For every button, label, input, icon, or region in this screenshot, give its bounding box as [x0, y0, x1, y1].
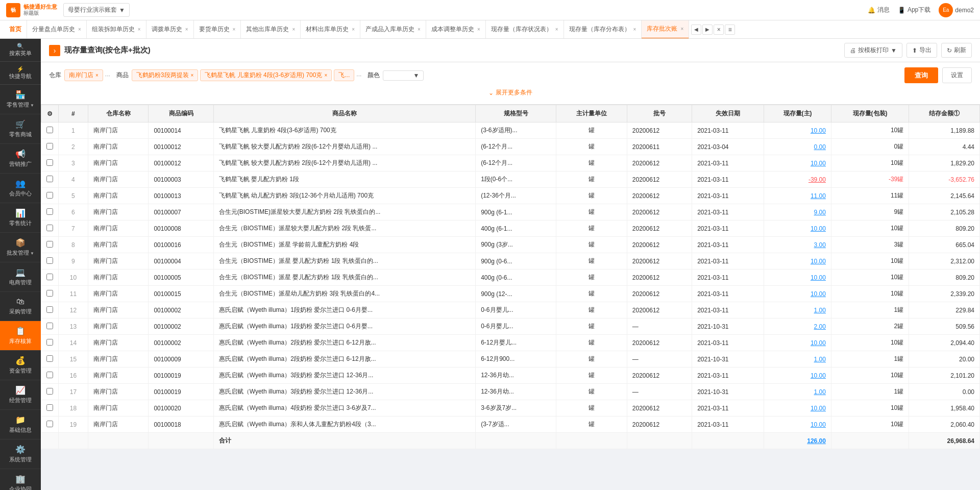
row-checkbox[interactable]: [41, 237, 59, 253]
sidebar-item-shortcut[interactable]: ⚡ 快捷导航: [0, 62, 41, 85]
row-stock-main[interactable]: 10.00: [764, 400, 831, 416]
row-stock-main[interactable]: 2.00: [764, 318, 831, 335]
row-checkbox[interactable]: [41, 302, 59, 318]
messages-btn[interactable]: 🔔 消息: [868, 6, 890, 14]
row-stock-main[interactable]: 1.00: [764, 351, 831, 368]
close-icon[interactable]: ×: [633, 27, 636, 32]
tab-xiancun1[interactable]: 现存量（库存状况表） ×: [486, 20, 564, 39]
product-tag-close-0[interactable]: ×: [191, 72, 194, 78]
row-checkbox[interactable]: [41, 253, 59, 270]
table-container[interactable]: ⚙ # 仓库名称 商品编码 商品名称 规格型号 主计量单位 批号 失效日期 现存…: [41, 105, 980, 490]
sidebar-item-basic[interactable]: 📁 基础信息: [0, 410, 41, 439]
row-checkbox[interactable]: [41, 172, 59, 188]
close-icon[interactable]: ×: [78, 27, 81, 32]
row-stock-main[interactable]: 3.00: [764, 237, 831, 253]
row-stock-main[interactable]: 1.00: [764, 302, 831, 318]
sidebar-item-ops[interactable]: 📈 经营管理: [0, 380, 41, 410]
tab-chengpin[interactable]: 产成品入库单历史 ×: [360, 20, 426, 39]
query-btn[interactable]: 查询: [904, 67, 938, 83]
sidebar-item-wholesale[interactable]: 📦 批发管理▼: [0, 233, 41, 262]
row-checkbox[interactable]: [41, 351, 59, 368]
expand-sidebar-btn[interactable]: ›: [49, 45, 60, 56]
product-tag-0[interactable]: 飞鹤奶粉3段两提装 ×: [132, 69, 199, 81]
row-stock-main[interactable]: -39.00: [764, 172, 831, 188]
row-checkbox[interactable]: [41, 122, 59, 139]
row-stock-main[interactable]: 10.00: [764, 368, 831, 384]
tab-zuzhuang[interactable]: 组装拆卸单历史 ×: [87, 20, 146, 39]
template-print-btn[interactable]: 🖨 按模板打印 ▼: [844, 43, 902, 58]
row-checkbox[interactable]: [41, 318, 59, 335]
row-stock-main[interactable]: 10.00: [764, 155, 831, 172]
tab-home[interactable]: 首页: [4, 20, 27, 39]
tab-diaob[interactable]: 调拨单历史 ×: [146, 20, 194, 39]
sidebar-item-finance[interactable]: 💰 资金管理: [0, 351, 41, 380]
row-stock-main[interactable]: 10.00: [764, 270, 831, 286]
tab-chengben[interactable]: 成本调整单历史 ×: [426, 20, 486, 39]
row-checkbox[interactable]: [41, 220, 59, 237]
tab-qita[interactable]: 其他出库单历史 ×: [241, 20, 301, 39]
warehouse-tag[interactable]: 南岸门店 ×: [64, 69, 103, 81]
settings-icon[interactable]: ⚙: [47, 110, 53, 117]
row-stock-main[interactable]: 1.00: [764, 384, 831, 400]
app-download-btn[interactable]: 📱 App下载: [898, 6, 930, 14]
sidebar-item-member[interactable]: 👥 会员中心: [0, 174, 41, 203]
row-stock-main[interactable]: 0.00: [764, 139, 831, 155]
row-checkbox[interactable]: [41, 270, 59, 286]
close-icon[interactable]: ×: [185, 27, 188, 32]
row-stock-main[interactable]: 10.00: [764, 253, 831, 270]
row-stock-main[interactable]: 11.00: [764, 188, 831, 204]
product-tag-2[interactable]: 飞...: [334, 69, 354, 81]
row-checkbox[interactable]: [41, 155, 59, 172]
close-icon[interactable]: ×: [138, 27, 141, 32]
refresh-btn[interactable]: ↻ 刷新: [941, 43, 972, 58]
product-tag-1[interactable]: 飞鹤星飞帆 儿童奶粉 4段(3-6岁适用) 700克 ×: [200, 69, 332, 81]
close-icon[interactable]: ×: [555, 27, 558, 32]
sidebar-item-shop[interactable]: 🛒 零售商城: [0, 114, 41, 144]
row-checkbox[interactable]: [41, 335, 59, 351]
tab-cailiao[interactable]: 材料出库单历史 ×: [301, 20, 360, 39]
nav-close-all-btn[interactable]: ×: [714, 24, 724, 35]
warehouse-more-btn[interactable]: ···: [105, 72, 110, 79]
color-select[interactable]: ▼: [383, 70, 424, 81]
row-checkbox[interactable]: [41, 368, 59, 384]
nav-next-btn[interactable]: ▶: [702, 24, 713, 35]
row-checkbox[interactable]: [41, 400, 59, 416]
close-icon[interactable]: ×: [418, 27, 421, 32]
row-checkbox[interactable]: [41, 188, 59, 204]
row-stock-main[interactable]: 10.00: [764, 335, 831, 351]
sidebar-item-purchase[interactable]: 🛍 采购管理: [0, 292, 41, 321]
row-checkbox[interactable]: [41, 286, 59, 302]
export-btn[interactable]: ⬆ 导出: [906, 43, 937, 58]
tab-fendian[interactable]: 分量盘点单历史 ×: [27, 20, 87, 39]
nav-menu-btn[interactable]: ≡: [725, 24, 735, 35]
settings-btn[interactable]: 设置: [942, 67, 972, 83]
row-stock-main[interactable]: 10.00: [764, 220, 831, 237]
sidebar-item-inventory[interactable]: 📋 库存核算: [0, 321, 41, 351]
tab-kucun-pici[interactable]: 库存批次账 ×: [642, 20, 689, 39]
nav-prev-btn[interactable]: ◀: [691, 24, 701, 35]
user-area[interactable]: Ea demo2: [939, 3, 974, 17]
sidebar-item-ecom[interactable]: 💻 电商管理: [0, 262, 41, 292]
close-icon[interactable]: ×: [352, 27, 355, 32]
sidebar-item-search[interactable]: 🔍 搜索英单: [0, 39, 41, 62]
workspace-selector[interactable]: 母婴行业演示账套 ▼: [63, 3, 130, 17]
sidebar-item-corp[interactable]: 🏢 企业协同: [0, 469, 41, 490]
close-icon[interactable]: ×: [680, 26, 683, 32]
expand-conditions-btn[interactable]: ⌄ 展开更多条件: [484, 86, 536, 99]
sidebar-item-system[interactable]: ⚙️ 系统管理: [0, 439, 41, 469]
row-checkbox[interactable]: [41, 416, 59, 433]
row-stock-main[interactable]: 9.00: [764, 204, 831, 220]
close-icon[interactable]: ×: [477, 27, 480, 32]
close-icon[interactable]: ×: [233, 27, 236, 32]
warehouse-tag-close[interactable]: ×: [95, 72, 99, 78]
product-more-btn[interactable]: ···: [356, 72, 361, 79]
row-checkbox[interactable]: [41, 384, 59, 400]
row-stock-main[interactable]: 10.00: [764, 416, 831, 433]
close-icon[interactable]: ×: [292, 27, 295, 32]
sidebar-item-retail[interactable]: 🏪 零售管理▼: [0, 85, 41, 114]
tab-yaohuo[interactable]: 要货单历史 ×: [194, 20, 241, 39]
tab-xiancun2[interactable]: 现存量（库存分布表） ×: [564, 20, 642, 39]
col-checkbox[interactable]: ⚙: [41, 105, 59, 122]
product-tag-close-1[interactable]: ×: [324, 72, 327, 78]
row-checkbox[interactable]: [41, 204, 59, 220]
